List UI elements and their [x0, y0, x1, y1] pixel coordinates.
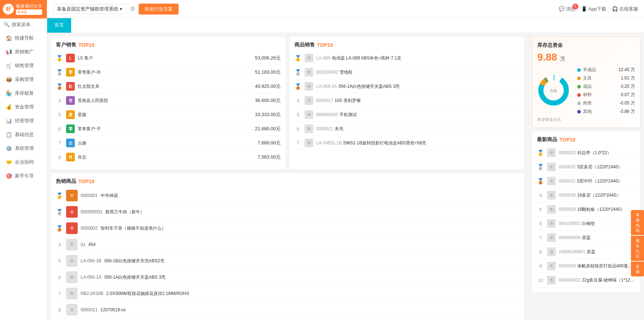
legend-color — [577, 77, 581, 80]
bronze-medal-icon: 🥉 — [56, 83, 63, 90]
product-name: 2.0X30MM双搓花轴搓花直径2.1MM/ROHS — [106, 291, 189, 297]
product-name: 12070519-xs — [101, 307, 126, 312]
new-product-info: 10000100001原盖 — [559, 249, 635, 255]
customer-rank-item: 7 云 云扬 7,680.00元 — [56, 136, 281, 150]
product-avatar: 图 — [305, 110, 313, 119]
bronze-medal-icon: 🥉 — [56, 225, 63, 232]
cs-community-button[interactable]: 服务社区 — [631, 236, 644, 261]
donut-container: 占比 半成品 12.45 万 文具 1.01 万 成品 0.25 万 材料 0.… — [537, 67, 635, 115]
new-product-item: 10 图 00380000122g鱼豆腐-烧烤味（1*12*20） — [537, 273, 635, 287]
product-code: LA-056-1A — [81, 275, 101, 280]
topbar: 装备及固定资产辅助管理系统 ▾ ⚙ 体验行业方案 💬 消息 6 📱 App下载 … — [47, 0, 644, 18]
new-products-header: 最新商品 TOP10 — [537, 136, 635, 143]
hot-products-header: 热销商品 TOP10 — [56, 178, 519, 185]
sidebar-item-basic-info[interactable]: 📋 基础信息 — [0, 128, 47, 141]
purchase-icon: 📦 — [5, 76, 12, 83]
logo-text-block: 畅捷通好生意 标准版 — [16, 4, 42, 15]
customer-amount: 7,680.00元 — [257, 140, 281, 146]
sidebar-item-quick-nav[interactable]: 🏠 快捷导航 — [0, 31, 47, 45]
customer-avatar: 苍 — [66, 96, 75, 105]
new-products-card: 最新商品 TOP10 🥇 图 0000033封边带（1.0*22） 🥈 图 00… — [532, 131, 640, 292]
sidebar-item-system[interactable]: ⚙️ 系统管理 — [0, 141, 47, 155]
trial-button[interactable]: 体验行业方案 — [139, 4, 179, 15]
product-thumbnail: 图 — [66, 255, 78, 267]
product-avatar: 图 — [305, 139, 313, 147]
customer-name: 肖总 — [78, 154, 254, 160]
legend-color — [577, 93, 581, 97]
product-rank-item: 🥈 图 001000002雪地鞋 — [294, 65, 519, 79]
cs-hotline-button[interactable]: 客服热线 — [631, 210, 644, 235]
inventory-header: 库存总资金 — [537, 42, 635, 49]
customer-rank-item: 🥉 红 红太阳文具 40,925.00元 — [56, 79, 281, 94]
rank-number: 8 — [56, 307, 63, 313]
new-product-avatar: 图 — [547, 262, 556, 270]
donut-chart: 占比 — [537, 74, 570, 108]
rank-number: 8 — [56, 155, 63, 160]
new-product-item: 6 图 004100001白钢垫 — [537, 217, 635, 231]
product-avatar: 图 — [305, 54, 313, 62]
gold-medal-icon: 🥇 — [294, 55, 302, 62]
sidebar-item-sales[interactable]: 🛒 销售管理 — [0, 59, 47, 73]
legend-label: 其他 — [583, 108, 617, 115]
customer-rank-item: 4 苍 苍南县人民医院 36,600.00元 — [56, 94, 281, 108]
customer-avatar: 零 — [66, 124, 75, 133]
sidebar-item-marketing[interactable]: 📢 营销推广 — [0, 45, 47, 59]
legend-value: -3.86 万 — [619, 108, 635, 115]
legend-item: 肉类 -0.05 万 — [577, 100, 635, 106]
cs-live-button[interactable]: 直播 — [631, 262, 644, 276]
settings-icon[interactable]: ⚙ — [130, 5, 135, 12]
customer-name: 零售客户-于 — [78, 126, 252, 132]
product-rank-item: 🥉 图 LA-056-1A056-1A白色按键开关盖ABS 3壳 — [294, 79, 519, 94]
customer-amount: 53,006.26元 — [255, 55, 281, 61]
tab-home[interactable]: 首页 — [47, 18, 71, 33]
new-product-item: 7 图 000800008原盖 — [537, 231, 635, 245]
cs-float: 客服热线 服务社区 直播 — [631, 210, 644, 276]
system-name: 装备及固定资产辅助管理系统 — [57, 6, 118, 12]
page-content: 客户销售 TOP10 🥇 L LS 客户 53,006.26元 🥈 零 零售客户… — [47, 33, 644, 320]
customer-avatar: 红 — [66, 82, 75, 91]
app-download-button[interactable]: 📱 App下载 — [581, 6, 606, 12]
product-thumbnail: 图 — [66, 304, 78, 316]
customer-sales-top10: TOP10 — [78, 42, 94, 48]
new-product-info: 004100001白钢垫 — [559, 221, 635, 227]
customer-name: 云扬 — [78, 140, 254, 146]
new-product-avatar: 图 — [547, 247, 556, 256]
new-product-info: 000002918颗粒板（1220*2440） — [559, 206, 635, 213]
product-name: 智利车子里（规格不知道填什么） — [101, 225, 166, 231]
product-rank-item: 7 图 LA-59651-1B59651-1B旋转投影灯电池盒ABS黑色+58壳 — [294, 136, 519, 150]
sidebar-item-inventory[interactable]: 🏪 库存核算 — [0, 86, 47, 100]
message-button[interactable]: 💬 消息 6 — [559, 6, 575, 12]
rank-number: 5 — [56, 258, 63, 264]
product-thumbnail: 图 — [66, 288, 78, 299]
legend-item: 文具 1.01 万 — [577, 75, 635, 81]
system-icon: ⚙️ — [5, 145, 12, 152]
sidebar-item-finance[interactable]: 💰 资金管理 — [0, 100, 47, 114]
nav-label: 资金管理 — [15, 104, 34, 110]
product-name: 中华神器 — [101, 193, 118, 199]
topbar-right: 💬 消息 6 📱 App下载 🎧 在线客服 — [559, 6, 638, 12]
sidebar-search[interactable]: 🔍 搜索菜单 — [0, 19, 47, 31]
product-info: 000001710S 变刹罗猴 — [316, 98, 519, 104]
nav-label: 新手引导 — [15, 173, 34, 179]
sidebar-item-guide[interactable]: 🎯 新手引导 — [0, 169, 47, 183]
inventory-subtitle: 库存资金占比 — [537, 117, 635, 122]
hot-product-item: 4 图 01 45# — [56, 237, 519, 253]
service-icon: 🎧 — [612, 6, 618, 12]
rank-number: 5 — [294, 112, 302, 118]
new-product-info: 0000028体帆蔗枝味苏打饮品400毫升（1*15） — [559, 263, 635, 269]
system-selector[interactable]: 装备及固定资产辅助管理系统 ▾ — [53, 4, 126, 14]
sidebar-item-collab[interactable]: 🤝 企业协同 — [0, 155, 47, 169]
sidebar-item-operations[interactable]: 📊 经营管理 — [0, 114, 47, 128]
sidebar: 好 畅捷通好生意 标准版 🔍 搜索菜单 🏠 快捷导航 📢 营销推广 🛒 销售管理… — [0, 0, 47, 320]
product-code: 0000001 — [81, 193, 98, 198]
product-sales-header: 商品销售 TOP10 — [294, 42, 519, 48]
online-service-button[interactable]: 🎧 在线客服 — [612, 6, 638, 12]
customer-amount: 51,183.00元 — [255, 69, 281, 75]
finance-icon: 💰 — [5, 104, 12, 110]
customer-rank-item: 🥈 零 零售客户-许 51,183.00元 — [56, 65, 281, 79]
hot-product-item: 8 图 0000011 12070519-xs — [56, 302, 519, 318]
sidebar-item-purchase[interactable]: 📦 采购管理 — [0, 73, 47, 86]
rank-number: 6 — [537, 221, 544, 226]
new-product-avatar: 图 — [547, 219, 556, 228]
nav-label: 系统管理 — [15, 145, 34, 152]
